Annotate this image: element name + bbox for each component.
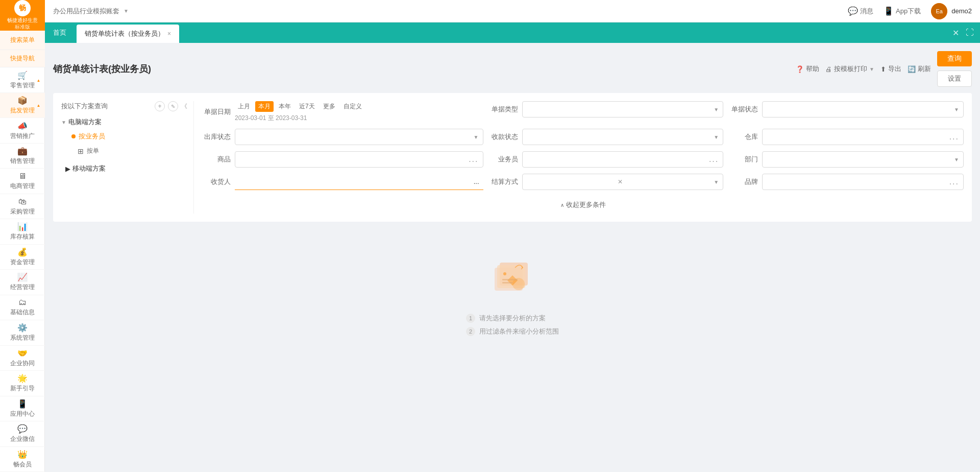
scheme-item-salesperson[interactable]: 按业务员	[61, 129, 187, 144]
sidebar-item-enterprise[interactable]: 🤝 企业协同	[0, 346, 45, 371]
sidebar-item-label: 新手引导	[10, 384, 35, 393]
tab-sales-stat[interactable]: 销货单统计表（按业务员） ×	[77, 25, 179, 43]
sub-item-label: 按单	[87, 147, 99, 155]
warehouse-select[interactable]: ...	[762, 129, 964, 145]
export-btn[interactable]: ⬆ 导出	[880, 64, 901, 74]
tab-close-window-btn[interactable]: ✕	[949, 27, 962, 39]
sidebar-item-wholesale[interactable]: 📦 批发管理	[0, 93, 45, 118]
sidebar-item-label: 企业协同	[10, 359, 35, 368]
salesperson-label: 业务员	[489, 155, 518, 164]
settings-button[interactable]: 设置	[937, 70, 972, 87]
settlement-select[interactable]: ✕ ▼	[522, 174, 724, 190]
department-label: 部门	[729, 155, 758, 164]
page-header: 销货单统计表(按业务员) ❓ 帮助 🖨 按模板打印 ▼ ⬆ 导出	[53, 51, 972, 87]
query-set-group: 查询 设置	[937, 51, 972, 87]
message-icon: 💬	[848, 6, 858, 16]
quick-nav-btn[interactable]: 快捷导航	[0, 50, 45, 67]
sidebar-item-operations[interactable]: 📈 经营管理	[0, 270, 45, 295]
sidebar-item-purchase[interactable]: 🛍 采购管理	[0, 194, 45, 219]
department-select[interactable]: ▼	[762, 151, 964, 168]
sidebar-item-sales[interactable]: 💼 销售管理	[0, 144, 45, 169]
scheme-edit-btn[interactable]: ✎	[168, 101, 178, 111]
date-tag-this-year[interactable]: 本年	[276, 101, 294, 112]
mobile-group-header[interactable]: ▶ 移动端方案	[61, 162, 187, 175]
filter-row-1: 单据日期 上月 本月 本年 近7天 更多 自定义 20	[202, 101, 964, 123]
help-btn[interactable]: ❓ 帮助	[796, 64, 819, 74]
export-label: 导出	[888, 64, 901, 74]
sidebar-item-corpwechat[interactable]: 💬 企业微信	[0, 421, 45, 446]
sidebar-item-member[interactable]: 👑 畅会员	[0, 447, 45, 472]
filter-panel: 按以下方案查询 + ✎ 《 ▼ 电脑端方案	[53, 93, 972, 222]
settlement-clear-btn[interactable]: ✕	[618, 178, 623, 185]
doc-status-label: 单据状态	[729, 105, 758, 114]
brand-dots: ...	[949, 177, 959, 186]
search-menu-btn[interactable]: 搜索菜单	[0, 31, 45, 50]
wholesale-icon: 📦	[17, 96, 28, 105]
query-button[interactable]: 查询	[937, 51, 972, 66]
collapse-button[interactable]: ∧ 收起更多条件	[202, 196, 964, 214]
message-btn[interactable]: 💬 消息	[848, 6, 873, 16]
date-tag-more[interactable]: 更多	[320, 101, 338, 112]
date-tag-7days[interactable]: 近7天	[296, 101, 318, 112]
username-label[interactable]: demo2	[951, 7, 972, 15]
doc-type-label: 单据类型	[489, 105, 518, 114]
breadcrumb-arrow[interactable]: ▼	[124, 8, 129, 14]
scheme-edit-icon: ✎	[171, 104, 175, 109]
doc-status-select[interactable]: ▼	[762, 101, 964, 117]
tip-2-text: 用过滤条件来缩小分析范围	[479, 327, 559, 336]
app-sublabel: 标准版	[15, 23, 30, 31]
date-tag-custom[interactable]: 自定义	[340, 101, 365, 112]
group-arrow: ▼	[61, 120, 66, 125]
tab-home[interactable]: 首页	[45, 22, 75, 43]
sidebar-item-inventory[interactable]: 📊 库存核算	[0, 219, 45, 244]
page-content: 销货单统计表(按业务员) ❓ 帮助 🖨 按模板打印 ▼ ⬆ 导出	[45, 43, 980, 472]
out-status-arrow: ▼	[474, 134, 479, 140]
tab-fullscreen-btn[interactable]: ⛶	[964, 27, 976, 39]
sidebar-item-newbie[interactable]: 🌟 新手引导	[0, 371, 45, 396]
sidebar-item-basic[interactable]: 🗂 基础信息	[0, 295, 45, 320]
sidebar-item-label: 零售管理	[10, 81, 35, 90]
receiver-label: 收货人	[202, 177, 231, 186]
sidebar-item-system[interactable]: ⚙️ 系统管理	[0, 320, 45, 345]
date-tag-last-month[interactable]: 上月	[235, 101, 253, 112]
department-field: 部门 ▼	[729, 151, 964, 168]
help-icon: ❓	[796, 65, 804, 73]
tab-sales-stat-label: 销货单统计表（按业务员）	[85, 29, 164, 38]
refresh-btn[interactable]: 🔄 刷新	[908, 64, 931, 74]
payment-status-select[interactable]: ▼	[522, 129, 724, 145]
out-status-select[interactable]: ▼	[235, 129, 483, 145]
salesperson-select[interactable]: ...	[522, 151, 724, 168]
refresh-icon: 🔄	[908, 65, 916, 73]
doc-type-select[interactable]: ▼	[522, 101, 724, 117]
print-arrow: ▼	[869, 66, 874, 72]
page-actions: ❓ 帮助 🖨 按模板打印 ▼ ⬆ 导出 🔄 刷新	[796, 51, 972, 87]
corpwechat-icon: 💬	[17, 424, 28, 434]
sidebar-item-retail[interactable]: 🛒 零售管理	[0, 67, 45, 92]
settlement-label: 结算方式	[489, 177, 518, 186]
product-field: 商品 ...	[202, 151, 483, 168]
sidebar-item-label: 应用中心	[10, 410, 35, 418]
scheme-collapse-btn[interactable]: 《	[181, 102, 187, 111]
scheme-sub-item-order[interactable]: ⊞ 按单	[61, 144, 187, 158]
print-icon: 🖨	[825, 65, 832, 73]
sidebar-item-marketing[interactable]: 📣 营销推广	[0, 118, 45, 143]
scheme-add-btn[interactable]: +	[155, 101, 165, 111]
app-download-btn[interactable]: 📱 App下载	[884, 6, 921, 16]
receiver-input[interactable]: ...	[235, 174, 483, 190]
sidebar-item-ecommerce[interactable]: 🖥 电商管理	[0, 169, 45, 194]
collapse-label: 收起更多条件	[566, 200, 606, 209]
purchase-icon: 🛍	[18, 197, 27, 206]
sidebar-item-finance[interactable]: 💰 资金管理	[0, 245, 45, 270]
warehouse-field: 仓库 ...	[729, 129, 964, 145]
tab-bar: 首页 销货单统计表（按业务员） × ✕ ⛶	[45, 22, 980, 43]
tab-close-btn[interactable]: ×	[167, 30, 171, 37]
sub-icon: ⊞	[78, 147, 84, 155]
brand-select[interactable]: ...	[762, 174, 964, 190]
quick-nav-label: 快捷导航	[10, 54, 35, 63]
receiver-field: 收货人 ...	[202, 174, 483, 190]
print-btn[interactable]: 🖨 按模板打印 ▼	[825, 64, 874, 74]
product-select[interactable]: ...	[235, 151, 483, 168]
desktop-group-header[interactable]: ▼ 电脑端方案	[61, 115, 187, 129]
date-tag-this-month[interactable]: 本月	[255, 101, 274, 112]
sidebar-item-appcenter[interactable]: 📱 应用中心	[0, 396, 45, 421]
